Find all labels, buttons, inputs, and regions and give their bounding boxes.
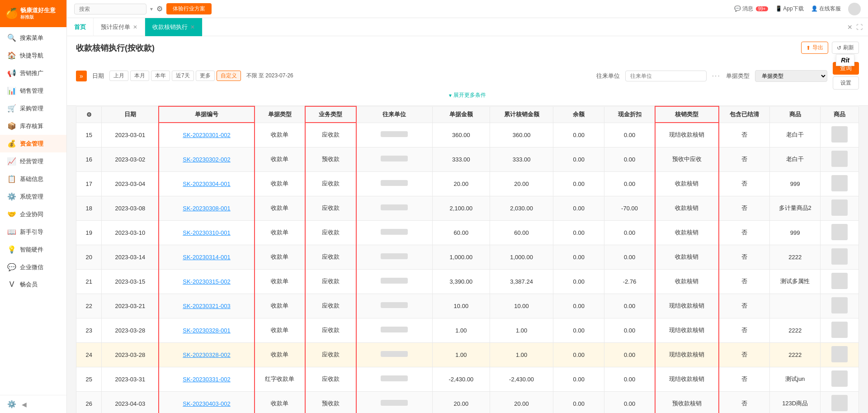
page-actions: ⬆ 导出 ↺ 刷新 — [801, 42, 859, 54]
row-sn: SK-20230331-002 — [159, 367, 254, 391]
sidebar-item-wechat[interactable]: 💬企业微信 — [0, 258, 66, 276]
row-canceltype: 现结收款核销 — [655, 294, 719, 318]
filter-settings-button[interactable]: 设置 — [833, 76, 859, 90]
row-balance: 0.00 — [553, 269, 604, 294]
sidebar-item-sales[interactable]: 📊销售管理 — [0, 82, 66, 100]
tab-collection-close[interactable]: ✕ — [190, 24, 195, 30]
sidebar-item-shortcut[interactable]: 🏠快捷导航 — [0, 47, 66, 64]
row-biztype: 应收款 — [305, 171, 356, 196]
export-button[interactable]: ⬆ 导出 — [801, 42, 828, 54]
tab-collection[interactable]: 收款核销执行 ✕ — [145, 18, 203, 36]
sidebar-item-search[interactable]: 🔍搜索菜单 — [0, 29, 66, 47]
sidebar-footer[interactable]: ⚙️ ◀ — [0, 395, 66, 413]
sn-link[interactable]: SK-20230314-001 — [183, 254, 231, 261]
row-doctype: 收款单 — [255, 147, 306, 171]
date-custom[interactable]: 自定义 — [217, 71, 241, 81]
sidebar-item-operations[interactable]: 📈经营管理 — [0, 152, 66, 170]
sn-link[interactable]: SK-20230328-001 — [183, 327, 231, 334]
sn-link[interactable]: SK-20230315-002 — [183, 278, 231, 285]
sidebar-label-shortcut: 快捷导航 — [20, 52, 43, 60]
row-cumulative: 20.00 — [490, 171, 553, 196]
row-counterpart — [356, 220, 433, 245]
filter-arrow-btn[interactable]: » — [76, 71, 87, 81]
row-balance: 0.00 — [553, 196, 604, 220]
sidebar-item-finance[interactable]: 💰资金管理 — [0, 135, 66, 152]
refresh-icon: ↺ — [837, 45, 841, 51]
search-input[interactable] — [74, 4, 146, 14]
sidebar-item-guide[interactable]: 📖新手引导 — [0, 223, 66, 241]
sn-link[interactable]: SK-20230328-002 — [183, 351, 231, 358]
industry-btn[interactable]: 体验行业方案 — [166, 3, 212, 14]
sn-link[interactable]: SK-20230304-001 — [183, 180, 231, 187]
col-settled-header: 包含已结清 — [719, 106, 770, 123]
close-all-icon[interactable]: ✕ — [847, 24, 853, 31]
col-discount-header: 现金折扣 — [604, 106, 656, 123]
row-discount: 0.00 — [604, 245, 656, 269]
doc-type-select[interactable]: 单据类型 — [755, 70, 827, 82]
collapse-icon[interactable]: ◀ — [22, 401, 27, 408]
date-more[interactable]: 更多 — [196, 71, 215, 81]
counterpart-input[interactable] — [625, 71, 707, 81]
sn-link[interactable]: SK-20230331-002 — [183, 376, 231, 383]
date-this-year[interactable]: 本年 — [151, 71, 170, 81]
user-avatar — [848, 3, 861, 15]
tab-prepay-close[interactable]: ✕ — [133, 24, 137, 30]
row-counterpart — [356, 391, 433, 413]
date-this-month[interactable]: 本月 — [130, 71, 149, 81]
sn-link[interactable]: SK-20230321-003 — [183, 303, 231, 309]
sidebar-item-purchase[interactable]: 🛒采购管理 — [0, 100, 66, 117]
gear-icon[interactable]: ⚙ — [156, 5, 163, 13]
expand-icon[interactable]: ⛶ — [856, 24, 863, 31]
row-amount: 360.00 — [433, 123, 490, 147]
row-counterpart — [356, 147, 433, 171]
sidebar-item-marketing[interactable]: 📢营销推广 — [0, 64, 66, 82]
row-discount: 0.00 — [604, 294, 656, 318]
date-7days[interactable]: 近7天 — [172, 71, 194, 81]
row-sn: SK-20230314-001 — [159, 245, 254, 269]
row-date: 2023-03-02 — [102, 147, 159, 171]
refresh-button[interactable]: ↺ 刷新 — [832, 42, 859, 54]
row-biztype: 应收款 — [305, 269, 356, 294]
sidebar-item-hardware[interactable]: 💡智能硬件 — [0, 241, 66, 258]
row-goods2 — [821, 123, 859, 147]
tabs-right: ✕ ⛶ — [847, 24, 868, 31]
row-counterpart — [356, 123, 433, 147]
app-download[interactable]: 📱 App下载 — [775, 5, 804, 13]
row-discount: 0.00 — [604, 342, 656, 367]
row-canceltype: 收款核销 — [655, 220, 719, 245]
row-counterpart — [356, 342, 433, 367]
expand-button[interactable]: ▾ 展开更多条件 — [449, 91, 486, 99]
sidebar-item-corp[interactable]: 🤝企业协同 — [0, 205, 66, 223]
row-canceltype: 预收中应收 — [655, 147, 719, 171]
date-prev-month[interactable]: 上月 — [109, 71, 128, 81]
online-service[interactable]: 👤 在线客服 — [811, 5, 841, 13]
message-item[interactable]: 💬 消息 99+ — [734, 5, 768, 13]
sidebar-item-member[interactable]: V畅会员 — [0, 276, 66, 293]
col-gear-header[interactable]: ⚙ — [76, 106, 102, 123]
sn-link[interactable]: SK-20230310-001 — [183, 229, 231, 236]
sn-link[interactable]: SK-20230301-002 — [183, 132, 231, 138]
row-counterpart — [356, 171, 433, 196]
col-canceltype-header: 核销类型 — [655, 106, 719, 123]
row-balance: 0.00 — [553, 147, 604, 171]
row-canceltype: 收款核销 — [655, 171, 719, 196]
row-amount: 1.00 — [433, 342, 490, 367]
row-no: 26 — [76, 391, 102, 413]
row-cumulative: 1.00 — [490, 318, 553, 342]
row-date: 2023-03-28 — [102, 318, 159, 342]
settings-icon[interactable]: ⚙️ — [7, 400, 16, 408]
tab-prepay[interactable]: 预计应付单 ✕ — [94, 18, 145, 36]
sidebar-item-basic[interactable]: 📋基础信息 — [0, 170, 66, 188]
row-settled: 否 — [719, 147, 770, 171]
sn-link[interactable]: SK-20230403-002 — [183, 400, 231, 407]
row-date: 2023-03-04 — [102, 171, 159, 196]
sn-link[interactable]: SK-20230302-002 — [183, 156, 231, 163]
filter-more-dots[interactable]: ··· — [712, 72, 721, 80]
tab-home[interactable]: 首页 — [67, 18, 94, 36]
col-counterpart-header: 往来单位 — [356, 106, 433, 123]
sidebar-item-system[interactable]: ⚙️系统管理 — [0, 188, 66, 205]
msg-label: 消息 — [742, 5, 753, 12]
sn-link[interactable]: SK-20230308-001 — [183, 205, 231, 212]
row-doctype: 收款单 — [255, 269, 306, 294]
sidebar-item-inventory[interactable]: 📦库存核算 — [0, 117, 66, 135]
